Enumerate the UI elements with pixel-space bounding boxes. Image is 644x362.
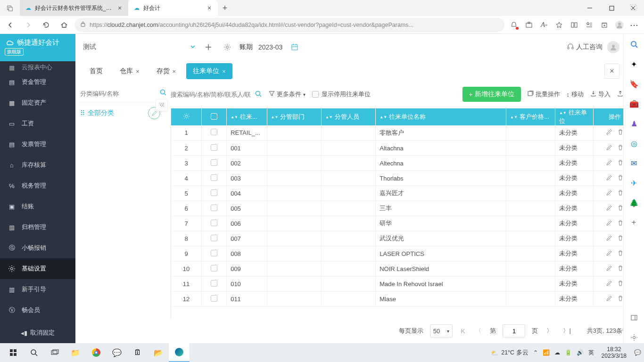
- edit-icon[interactable]: [606, 205, 612, 213]
- th-category[interactable]: ▲▼往来单位: [555, 108, 593, 125]
- taskbar-chrome[interactable]: [86, 343, 107, 362]
- more-conditions[interactable]: 更多条件▾: [269, 90, 305, 99]
- add-org-button[interactable]: [202, 41, 215, 54]
- next-page[interactable]: 〉: [545, 327, 554, 335]
- table-search-input[interactable]: [171, 91, 251, 98]
- split-view-icon[interactable]: [568, 17, 581, 33]
- games-icon[interactable]: ♟: [628, 118, 640, 129]
- settings-button[interactable]: [221, 41, 234, 54]
- close-all-tabs-button[interactable]: ×: [604, 64, 619, 79]
- sidebar-item-salary[interactable]: ▭工资: [0, 113, 75, 134]
- start-button[interactable]: [3, 343, 24, 362]
- tab-warehouse[interactable]: 仓库×: [113, 63, 146, 79]
- menu-icon[interactable]: ⋯: [628, 17, 641, 33]
- row-checkbox[interactable]: [202, 125, 227, 140]
- edit-icon[interactable]: [606, 295, 612, 303]
- column-settings[interactable]: [171, 108, 202, 125]
- tab-vendor[interactable]: 往来单位×: [186, 63, 232, 79]
- onedrive-icon[interactable]: ☁: [554, 349, 560, 356]
- profile-icon[interactable]: [613, 17, 626, 33]
- tab-inventory[interactable]: 存货×: [150, 63, 183, 79]
- toolbox-icon[interactable]: 🧰: [628, 98, 640, 109]
- edit-icon[interactable]: [606, 174, 612, 182]
- rail-add-icon[interactable]: +: [628, 217, 640, 228]
- table-row[interactable]: 8007武汉优光未分类: [171, 231, 637, 246]
- tab-actions-icon[interactable]: [0, 0, 20, 16]
- table-row[interactable]: 4003Thorlabs未分类: [171, 171, 637, 186]
- table-row[interactable]: 9008LASER OPTICS未分类: [171, 246, 637, 261]
- page-input[interactable]: [503, 324, 525, 337]
- th-dept[interactable]: ▲▼分管部门: [267, 108, 321, 125]
- row-checkbox[interactable]: [202, 291, 227, 306]
- close-icon[interactable]: ×: [206, 4, 213, 12]
- sidebar-item-truncated[interactable]: ▦云报表中心: [0, 61, 75, 72]
- all-categories[interactable]: ⠿ 全部分类: [80, 109, 114, 117]
- last-page[interactable]: 〉|: [561, 327, 572, 335]
- row-checkbox[interactable]: [202, 231, 227, 246]
- sidebar-item-tax[interactable]: ℅税务管理: [0, 175, 75, 196]
- th-name[interactable]: ▲▼往来单位名称: [376, 108, 506, 125]
- row-checkbox[interactable]: [202, 216, 227, 231]
- maximize-button[interactable]: [601, 0, 622, 16]
- taskbar-edge[interactable]: [169, 343, 190, 362]
- home-button[interactable]: [57, 17, 72, 33]
- consult-button[interactable]: 人工咨询: [567, 43, 603, 52]
- row-checkbox[interactable]: [202, 156, 227, 171]
- forward-button[interactable]: [21, 17, 36, 33]
- row-checkbox[interactable]: [202, 201, 227, 216]
- row-checkbox[interactable]: [202, 246, 227, 261]
- sidebar-item-invoice[interactable]: ▤发票管理: [0, 134, 75, 155]
- taskbar-explorer[interactable]: 📂: [148, 343, 169, 362]
- edge-icon[interactable]: ◎: [628, 138, 640, 149]
- battery-icon[interactable]: 🔋: [565, 349, 572, 356]
- tray-chevron-icon[interactable]: ⌃: [533, 349, 538, 356]
- th-price[interactable]: ▲▼客户价格...: [506, 108, 555, 125]
- tag-icon[interactable]: 🔖: [628, 78, 640, 90]
- table-row[interactable]: 3002Altechna未分类: [171, 156, 637, 171]
- taskbar-weather[interactable]: ⛅21°C 多云: [491, 349, 528, 357]
- sidebar-item-fixed-assets[interactable]: ▦固定资产: [0, 92, 75, 113]
- new-vendor-button[interactable]: +新增往来单位: [462, 87, 521, 102]
- taskbar-app-1[interactable]: 📁: [65, 343, 86, 362]
- new-tab-button[interactable]: +: [218, 0, 232, 16]
- sidebar-item-guide[interactable]: ▥新手引导: [0, 279, 75, 300]
- taskbar-wechat[interactable]: 💬: [107, 343, 127, 362]
- select-all[interactable]: [202, 108, 227, 125]
- edit-icon[interactable]: [606, 280, 612, 288]
- sidebar-unpin[interactable]: ◂▮取消固定: [0, 322, 75, 343]
- outlook-icon[interactable]: ✉: [628, 157, 640, 169]
- search-icon[interactable]: [628, 39, 640, 50]
- import-button[interactable]: 导入: [590, 90, 611, 99]
- table-row[interactable]: 11010Made In Rehovot Israel未分类: [171, 276, 637, 291]
- search-icon[interactable]: [159, 89, 167, 98]
- back-button[interactable]: [3, 17, 18, 33]
- calendar-button[interactable]: [288, 41, 301, 54]
- row-checkbox[interactable]: [202, 171, 227, 186]
- close-icon[interactable]: ×: [222, 68, 226, 75]
- read-aloud-icon[interactable]: A»: [537, 17, 551, 33]
- table-row[interactable]: 1RETAIL_...零散客户未分类: [171, 125, 637, 140]
- edit-icon[interactable]: [606, 220, 612, 228]
- edit-icon[interactable]: [606, 265, 612, 273]
- sidebar-item-inventory[interactable]: ⌂库存核算: [0, 155, 75, 175]
- task-view[interactable]: [44, 343, 65, 362]
- tab-home[interactable]: 首页: [83, 63, 109, 79]
- collapse-panel-button[interactable]: [156, 99, 168, 111]
- sidebar-item-archive[interactable]: ▥归档管理: [0, 217, 75, 238]
- url-field[interactable]: https://cloud2.chanjet.com/accounting/uh…: [74, 18, 504, 32]
- notifications-icon[interactable]: [507, 17, 520, 33]
- minimize-button[interactable]: [579, 0, 601, 16]
- edit-icon[interactable]: [606, 144, 612, 152]
- ime-indicator[interactable]: 英: [588, 349, 594, 357]
- edit-icon[interactable]: [606, 189, 612, 197]
- close-icon[interactable]: ×: [116, 4, 124, 12]
- row-checkbox[interactable]: [202, 140, 227, 156]
- table-row[interactable]: 10009NOIR LaserShield未分类: [171, 261, 637, 276]
- sidebar-item-settings[interactable]: 基础设置: [0, 258, 75, 279]
- notification-center-icon[interactable]: 💬: [634, 349, 641, 356]
- table-row[interactable]: 12011Mlase未分类: [171, 291, 637, 306]
- favorite-icon[interactable]: [553, 17, 566, 33]
- prev-page[interactable]: 〈: [473, 327, 483, 335]
- browser-tab-2[interactable]: ☁ 好会计 ×: [128, 0, 218, 16]
- row-checkbox[interactable]: [202, 261, 227, 276]
